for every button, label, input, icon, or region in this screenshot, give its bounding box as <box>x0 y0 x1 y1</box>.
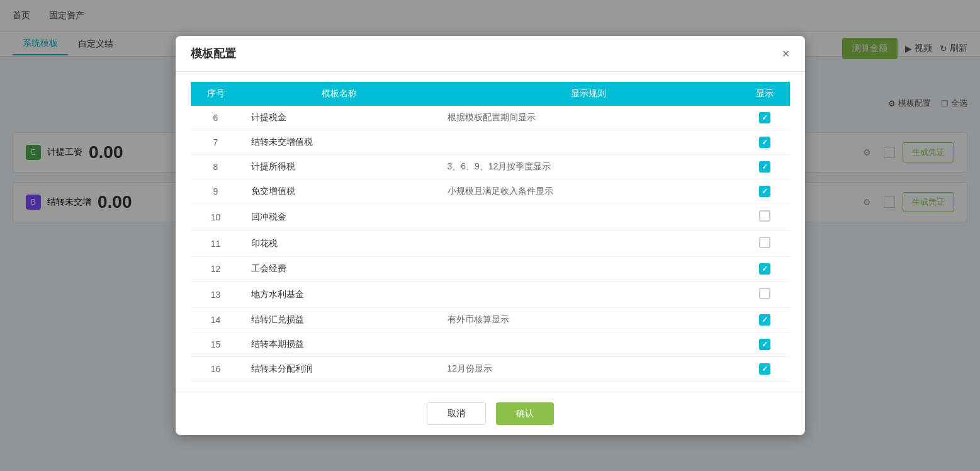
row-checkbox-6[interactable] <box>759 112 770 123</box>
modal-header: 模板配置 × <box>176 36 805 72</box>
cell-checkbox <box>740 281 790 308</box>
cell-name: 计提所得税 <box>241 155 437 179</box>
cell-rule <box>437 204 740 230</box>
cell-seq: 16 <box>191 357 241 382</box>
cell-seq: 14 <box>191 308 241 332</box>
cell-seq: 6 <box>191 106 241 130</box>
cell-name: 工会经费 <box>241 257 437 281</box>
cell-seq: 9 <box>191 179 241 204</box>
cell-seq: 13 <box>191 281 241 308</box>
table-body: 6计提税金根据模板配置期间显示7结转未交增值税8计提所得税3、6、9、12月按季… <box>191 106 790 382</box>
cell-checkbox <box>740 155 790 179</box>
cell-rule <box>437 257 740 281</box>
cell-rule: 3、6、9、12月按季度显示 <box>437 155 740 179</box>
cell-seq: 10 <box>191 204 241 230</box>
cell-checkbox <box>740 106 790 130</box>
modal-footer: 取消 确认 <box>176 392 805 435</box>
row-checkbox-8[interactable] <box>759 161 770 173</box>
cell-rule <box>437 130 740 155</box>
row-checkbox-15[interactable] <box>759 339 770 350</box>
cell-name: 印花税 <box>241 230 437 257</box>
cell-rule <box>437 281 740 308</box>
cell-seq: 11 <box>191 230 241 257</box>
table-row: 12工会经费 <box>191 257 790 281</box>
cancel-button[interactable]: 取消 <box>427 402 486 425</box>
table-row: 9免交增值税小规模且满足收入条件显示 <box>191 179 790 204</box>
modal-body: 序号 模板名称 显示规则 显示 6计提税金根据模板配置期间显示7结转未交增值税8… <box>176 72 805 392</box>
row-checkbox-9[interactable] <box>759 186 770 197</box>
cell-name: 回冲税金 <box>241 204 437 230</box>
table-row: 13地方水利基金 <box>191 281 790 308</box>
cell-checkbox <box>740 130 790 155</box>
cell-seq: 12 <box>191 257 241 281</box>
cell-name: 免交增值税 <box>241 179 437 204</box>
cell-rule: 有外币核算显示 <box>437 308 740 332</box>
row-checkbox-12[interactable] <box>759 263 770 275</box>
cell-name: 结转汇兑损益 <box>241 308 437 332</box>
cell-checkbox <box>740 179 790 204</box>
cell-name: 结转未分配利润 <box>241 357 437 382</box>
cell-name: 结转未交增值税 <box>241 130 437 155</box>
modal-close-button[interactable]: × <box>782 47 790 60</box>
cell-checkbox <box>740 357 790 382</box>
table-row: 6计提税金根据模板配置期间显示 <box>191 106 790 130</box>
table-row: 8计提所得税3、6、9、12月按季度显示 <box>191 155 790 179</box>
cell-seq: 8 <box>191 155 241 179</box>
cell-rule: 小规模且满足收入条件显示 <box>437 179 740 204</box>
row-checkbox-7[interactable] <box>759 137 770 148</box>
cell-checkbox <box>740 332 790 357</box>
cell-rule <box>437 230 740 257</box>
row-checkbox-13[interactable] <box>759 288 770 299</box>
modal-dialog: 模板配置 × 序号 模板名称 显示规则 显示 6计提税金根据模板配置期间显 <box>176 36 805 435</box>
col-seq: 序号 <box>191 82 241 106</box>
table-row: 15结转本期损益 <box>191 332 790 357</box>
col-display: 显示 <box>740 82 790 106</box>
table-row: 16结转未分配利润12月份显示 <box>191 357 790 382</box>
table-header: 序号 模板名称 显示规则 显示 <box>191 82 790 106</box>
modal-title: 模板配置 <box>191 46 236 61</box>
row-checkbox-14[interactable] <box>759 314 770 326</box>
cell-checkbox <box>740 230 790 257</box>
cell-seq: 7 <box>191 130 241 155</box>
col-name: 模板名称 <box>241 82 437 106</box>
row-checkbox-16[interactable] <box>759 363 770 375</box>
cell-name: 计提税金 <box>241 106 437 130</box>
cell-checkbox <box>740 204 790 230</box>
table-row: 14结转汇兑损益有外币核算显示 <box>191 308 790 332</box>
confirm-button[interactable]: 确认 <box>496 402 554 425</box>
row-checkbox-10[interactable] <box>759 210 770 222</box>
cell-rule: 12月份显示 <box>437 357 740 382</box>
cell-checkbox <box>740 257 790 281</box>
col-rule: 显示规则 <box>437 82 740 106</box>
table-scroll-area[interactable]: 序号 模板名称 显示规则 显示 6计提税金根据模板配置期间显示7结转未交增值税8… <box>191 82 790 382</box>
table-row: 10回冲税金 <box>191 204 790 230</box>
cell-name: 结转本期损益 <box>241 332 437 357</box>
config-table: 序号 模板名称 显示规则 显示 6计提税金根据模板配置期间显示7结转未交增值税8… <box>191 82 790 382</box>
cell-rule: 根据模板配置期间显示 <box>437 106 740 130</box>
cell-name: 地方水利基金 <box>241 281 437 308</box>
cell-seq: 15 <box>191 332 241 357</box>
cell-checkbox <box>740 308 790 332</box>
row-checkbox-11[interactable] <box>759 237 770 248</box>
modal-overlay: 模板配置 × 序号 模板名称 显示规则 显示 6计提税金根据模板配置期间显 <box>0 0 980 471</box>
table-row: 7结转未交增值税 <box>191 130 790 155</box>
cell-rule <box>437 332 740 357</box>
table-row: 11印花税 <box>191 230 790 257</box>
